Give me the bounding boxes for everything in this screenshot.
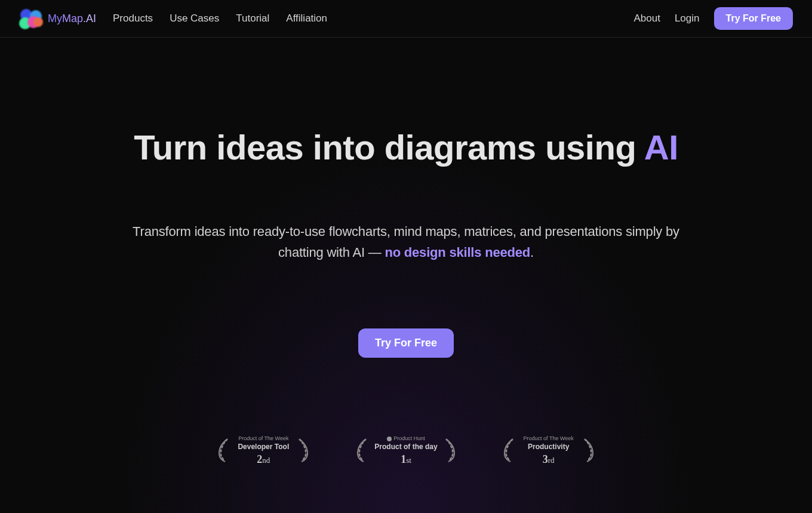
svg-point-27 [505, 449, 508, 453]
svg-point-30 [583, 438, 588, 442]
svg-point-18 [445, 438, 449, 442]
svg-point-22 [451, 453, 454, 457]
nav-tutorial[interactable]: Tutorial [236, 13, 269, 24]
badge-caption: Product of The Week [238, 435, 288, 441]
badge-category: Developer Tool [238, 443, 289, 451]
laurel-right-icon [294, 437, 311, 465]
award-badge: Product of The WeekProductivity3rd [501, 435, 596, 466]
site-header: MyMap.AI Products Use Cases Tutorial Aff… [0, 0, 812, 38]
hero-section: Turn ideas into diagrams using AI Transf… [0, 38, 812, 466]
header-left: MyMap.AI Products Use Cases Tutorial Aff… [19, 9, 327, 28]
nav-about[interactable]: About [633, 13, 660, 24]
header-try-free-button[interactable]: Try For Free [714, 7, 793, 30]
svg-point-34 [590, 453, 592, 457]
badge-caption: Product of The Week [524, 435, 574, 441]
svg-point-21 [451, 449, 454, 453]
header-right: About Login Try For Free [633, 7, 793, 30]
hero-title: Turn ideas into diagrams using AI [134, 127, 678, 167]
nav-use-cases[interactable]: Use Cases [170, 13, 219, 24]
svg-point-3 [220, 449, 223, 453]
badge-text: Product HuntProduct of the day1st [374, 435, 437, 466]
badge-rank: 2nd [257, 453, 270, 466]
laurel-right-icon [441, 437, 458, 465]
svg-point-33 [590, 449, 592, 453]
product-hunt-icon [387, 437, 392, 441]
badge-rank: 1st [401, 453, 411, 466]
laurel-left-icon [501, 437, 518, 465]
laurel-right-icon [580, 437, 596, 465]
badge-caption: Product Hunt [387, 435, 425, 441]
award-badge: Product of The WeekDeveloper Tool2nd [216, 435, 311, 466]
logo-text: MyMap.AI [48, 13, 96, 25]
svg-point-15 [359, 449, 361, 453]
badge-rank: 3rd [543, 453, 555, 466]
logo-icon [19, 9, 43, 28]
laurel-left-icon [354, 437, 371, 465]
nav-affiliation[interactable]: Affiliation [286, 13, 327, 24]
award-badges: Product of The WeekDeveloper Tool2nd Pro… [216, 435, 596, 466]
nav-products[interactable]: Products [113, 13, 153, 24]
hero-subtitle: Transform ideas into ready-to-use flowch… [131, 221, 681, 263]
nav-login[interactable]: Login [675, 13, 700, 24]
badge-text: Product of The WeekProductivity3rd [521, 435, 576, 466]
badge-category: Productivity [528, 443, 569, 451]
badge-category: Product of the day [374, 443, 437, 451]
award-badge: Product HuntProduct of the day1st [354, 435, 457, 466]
badge-text: Product of The WeekDeveloper Tool2nd [236, 435, 291, 466]
hero-try-free-button[interactable]: Try For Free [358, 328, 454, 358]
logo-link[interactable]: MyMap.AI [19, 9, 96, 28]
laurel-left-icon [216, 437, 232, 465]
